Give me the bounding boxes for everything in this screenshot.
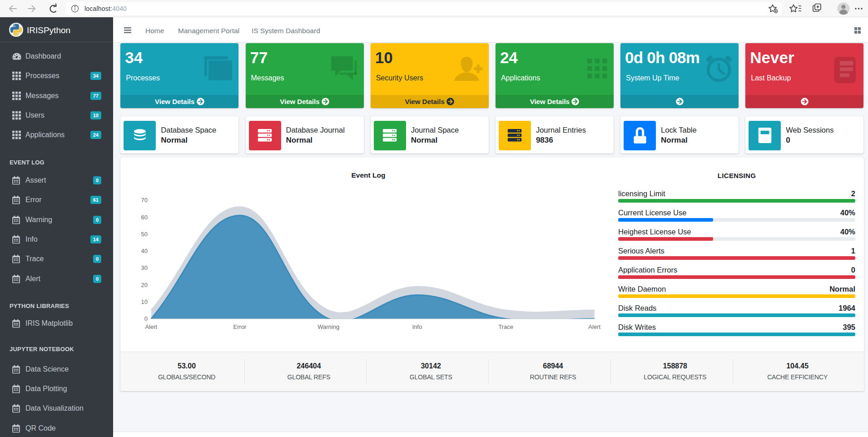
svg-text:60: 60 — [141, 214, 148, 221]
svg-text:40: 40 — [141, 248, 148, 254]
svg-text:50: 50 — [141, 231, 148, 238]
svg-text:0: 0 — [144, 315, 148, 322]
svg-text:Warning: Warning — [317, 323, 339, 330]
svg-text:20: 20 — [141, 282, 148, 288]
svg-text:Error: Error — [233, 323, 247, 330]
svg-text:Info: Info — [412, 323, 422, 330]
svg-text:Trace: Trace — [498, 323, 513, 330]
svg-text:Alert: Alert — [145, 323, 157, 330]
svg-text:Alert: Alert — [588, 323, 600, 330]
svg-text:70: 70 — [141, 197, 148, 204]
svg-text:10: 10 — [141, 298, 148, 305]
svg-text:30: 30 — [141, 264, 148, 271]
